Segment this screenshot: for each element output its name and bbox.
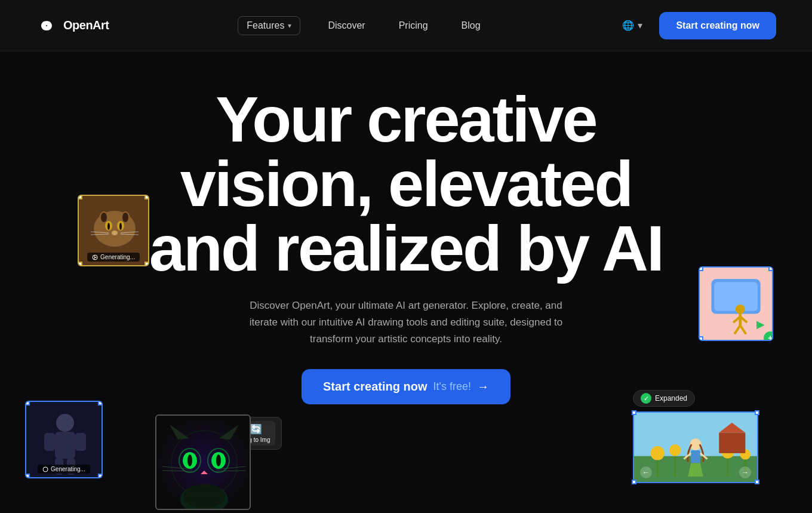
resize-handle-tl xyxy=(25,401,30,406)
add-button[interactable]: + xyxy=(764,331,773,341)
hero-title: Your creative vision, elevated and reali… xyxy=(149,87,663,281)
resize-handle-tl xyxy=(632,410,636,415)
resize-handle-br xyxy=(98,474,103,478)
cat-art-image xyxy=(156,416,251,510)
prev-image-button[interactable]: ← xyxy=(640,466,652,478)
hero-section: Your creative vision, elevated and reali… xyxy=(0,51,812,513)
svg-point-35 xyxy=(216,454,221,466)
svg-point-18 xyxy=(736,305,745,314)
nav-blog[interactable]: Blog xyxy=(456,17,487,35)
globe-icon: 🌐 xyxy=(622,20,634,31)
float-figure-generating: Generating... xyxy=(25,401,103,478)
svg-point-52 xyxy=(669,444,681,456)
chevron-down-icon: ▾ xyxy=(638,20,642,31)
nav-links: Features ▾ Discover Pricing Blog xyxy=(238,16,486,35)
logo[interactable]: OpenArt xyxy=(36,19,109,32)
nav-cta-button[interactable]: Start creating now xyxy=(659,12,776,39)
resize-handle-tl xyxy=(78,195,82,199)
expanded-image: ← → xyxy=(633,411,758,483)
float-cat-art xyxy=(155,414,251,510)
float-edit-panel: ▶ + xyxy=(699,266,773,341)
resize-handle-br xyxy=(144,262,149,266)
svg-point-4 xyxy=(101,213,107,222)
svg-rect-17 xyxy=(714,282,758,311)
svg-point-25 xyxy=(56,414,74,432)
hero-cta-button[interactable]: Start creating now It's free! → xyxy=(302,369,510,404)
img-to-img-icon: 🔄 xyxy=(250,423,262,435)
resize-handle-bl xyxy=(78,262,82,266)
navbar: OpenArt Features ▾ Discover Pricing Blog… xyxy=(0,0,812,51)
svg-rect-28 xyxy=(75,433,86,451)
resize-handle-tr xyxy=(98,401,103,406)
next-image-button[interactable]: → xyxy=(739,466,751,478)
resize-handle-bl xyxy=(699,336,703,341)
svg-point-5 xyxy=(122,213,128,222)
resize-handle-br xyxy=(755,480,759,484)
resize-handle-tr xyxy=(768,266,773,271)
logo-text: OpenArt xyxy=(63,19,109,32)
svg-point-34 xyxy=(187,454,192,466)
svg-rect-27 xyxy=(44,433,55,451)
generating-label: Generating... xyxy=(87,253,140,262)
resize-handle-bl xyxy=(632,480,636,484)
svg-point-10 xyxy=(112,231,118,235)
resize-handle-tl xyxy=(699,266,703,271)
svg-rect-58 xyxy=(719,432,745,453)
nav-right: 🌐 ▾ Start creating now xyxy=(615,12,776,39)
resize-handle-tr xyxy=(755,410,759,415)
cursor-icon: ▶ xyxy=(756,318,765,331)
svg-point-60 xyxy=(690,438,702,450)
svg-point-9 xyxy=(119,223,122,230)
arrow-icon: → xyxy=(477,380,489,394)
svg-point-50 xyxy=(650,446,665,460)
nav-features[interactable]: Features ▾ xyxy=(238,16,300,35)
check-icon: ✓ xyxy=(641,393,651,404)
hero-subtitle: Discover OpenArt, your ultimate AI art g… xyxy=(239,297,573,348)
svg-rect-61 xyxy=(691,450,700,463)
resize-handle-bl xyxy=(25,474,30,478)
nav-discover[interactable]: Discover xyxy=(322,17,371,35)
svg-point-8 xyxy=(107,223,110,230)
nav-pricing[interactable]: Pricing xyxy=(393,17,434,35)
float-cat-generating: Generating... xyxy=(78,195,149,266)
chevron-down-icon: ▾ xyxy=(288,21,291,30)
language-selector[interactable]: 🌐 ▾ xyxy=(615,15,650,36)
expanded-badge: ✓ Expanded xyxy=(633,390,695,407)
float-expanded: ✓ Expanded xyxy=(633,390,758,483)
expanded-nav: ← → xyxy=(634,466,757,478)
generating-label-2: Generating... xyxy=(38,465,90,474)
svg-point-47 xyxy=(183,484,225,508)
svg-rect-26 xyxy=(55,432,75,459)
resize-handle-tr xyxy=(144,195,149,199)
